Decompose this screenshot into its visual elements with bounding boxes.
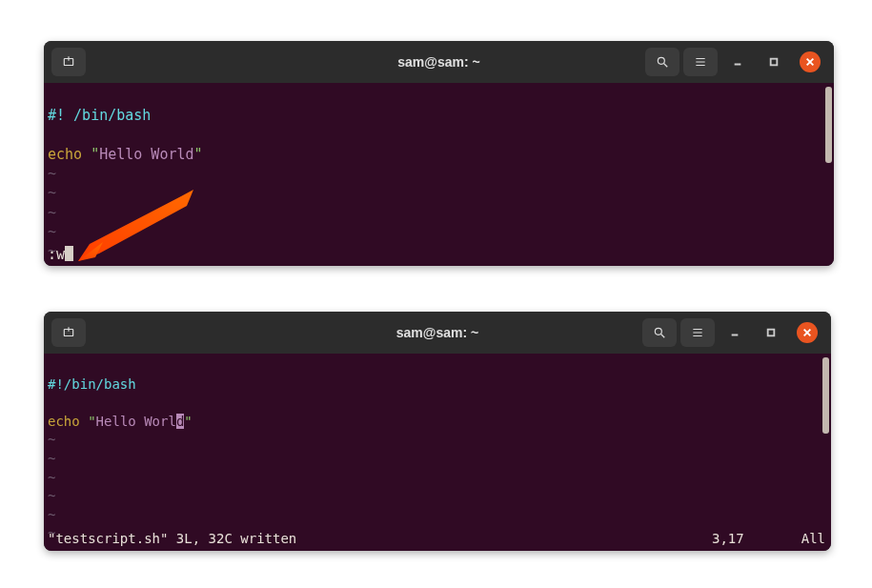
maximize-icon (766, 328, 776, 337)
new-tab-button[interactable] (51, 318, 86, 347)
vim-status-line: "testscript.sh" 3L, 32C written 3,17 All (48, 530, 825, 549)
string-hello: Hello World (99, 146, 193, 163)
status-message: "testscript.sh" 3L, 32C written (48, 530, 296, 549)
svg-rect-23 (768, 330, 775, 336)
vim-tilde: ~ (48, 204, 56, 221)
search-button[interactable] (645, 48, 679, 76)
terminal-body[interactable]: #! /bin/bash echo "Hello World" ~ ~ ~ ~ … (44, 83, 834, 266)
vim-command-line[interactable]: :w (48, 245, 828, 264)
terminal-content: #!/bin/bash echo "Hello World" ~ ~ ~ ~ ~… (48, 356, 821, 551)
scroll-position: All (801, 530, 825, 549)
svg-line-4 (664, 64, 668, 68)
close-button[interactable] (797, 322, 818, 343)
maximize-icon (769, 57, 779, 67)
quote-close: " (194, 146, 203, 163)
terminal-window-1: sam@sam: ~ #! /bin/bash echo "Hello Worl… (44, 41, 834, 266)
maximize-button[interactable] (760, 322, 781, 343)
shebang-path: /bin/bash (73, 107, 151, 124)
titlebar[interactable]: sam@sam: ~ (44, 312, 831, 354)
menu-button[interactable] (680, 318, 715, 347)
shebang-marker: #! (48, 107, 73, 124)
cursor (65, 246, 73, 261)
quote-open: " (91, 146, 99, 163)
titlebar[interactable]: sam@sam: ~ (44, 41, 834, 83)
window-title: sam@sam: ~ (396, 325, 478, 340)
quote-close: " (184, 414, 192, 429)
search-button[interactable] (642, 318, 677, 347)
quote-open: " (88, 414, 95, 429)
terminal-body[interactable]: #!/bin/bash echo "Hello World" ~ ~ ~ ~ ~… (44, 354, 831, 551)
shebang-path: /bin/bash (64, 376, 136, 392)
svg-rect-9 (771, 59, 778, 66)
maximize-button[interactable] (763, 51, 784, 72)
cursor-position: 3,17 (712, 530, 744, 549)
hamburger-icon (694, 55, 707, 69)
vim-tilde: ~ (48, 432, 55, 447)
scrollbar[interactable] (825, 87, 832, 163)
menu-button[interactable] (683, 48, 718, 76)
terminal-window-2: sam@sam: ~ #!/bin/bash echo "Hello World… (44, 312, 831, 551)
close-icon (805, 57, 815, 67)
vim-tilde: ~ (48, 507, 55, 522)
terminal-content: #! /bin/bash echo "Hello World" ~ ~ ~ ~ … (48, 87, 824, 266)
vim-colon: : (48, 246, 56, 263)
minimize-icon (733, 57, 742, 67)
vim-tilde: ~ (48, 470, 55, 485)
svg-line-18 (661, 335, 665, 338)
minimize-button[interactable] (724, 322, 745, 343)
window-title: sam@sam: ~ (397, 54, 479, 70)
vim-tilde: ~ (48, 223, 56, 240)
vim-tilde: ~ (48, 451, 55, 466)
search-icon (656, 55, 669, 69)
string-hello-pre: Hello Worl (96, 414, 176, 429)
minimize-button[interactable] (727, 51, 748, 72)
echo-keyword: echo (48, 146, 82, 163)
new-tab-button[interactable] (51, 48, 86, 76)
echo-keyword: echo (48, 414, 80, 429)
close-button[interactable] (800, 51, 821, 72)
vim-tilde: ~ (48, 165, 56, 182)
shebang-marker: #! (48, 376, 64, 392)
close-icon (802, 328, 812, 337)
scrollbar[interactable] (822, 357, 829, 434)
search-icon (653, 326, 666, 339)
new-tab-icon (62, 326, 75, 339)
minimize-icon (730, 328, 740, 337)
vim-command-text: w (56, 246, 65, 263)
vim-tilde: ~ (48, 184, 56, 201)
hamburger-icon (691, 326, 704, 339)
svg-point-17 (655, 328, 661, 335)
svg-point-3 (658, 57, 664, 64)
new-tab-icon (62, 55, 75, 69)
vim-tilde: ~ (48, 488, 55, 503)
